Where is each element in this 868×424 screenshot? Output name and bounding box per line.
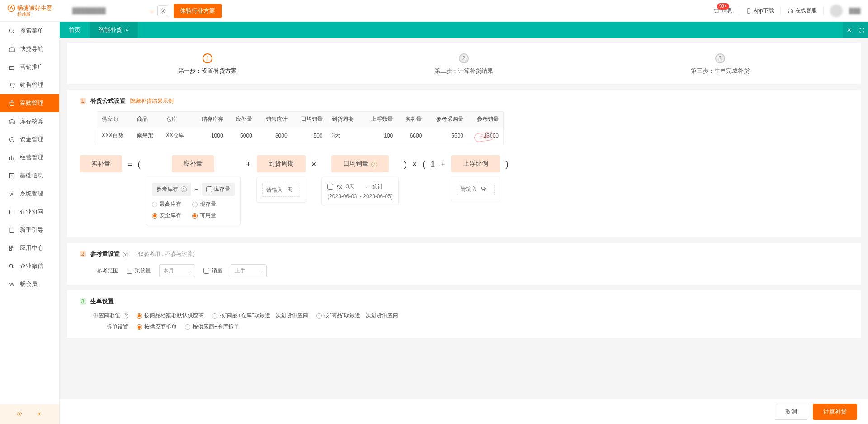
user-name: ███ bbox=[849, 8, 863, 14]
sidebar-item-basic[interactable]: 基础信息 bbox=[0, 167, 59, 185]
messages-button[interactable]: 99+ 消息 bbox=[713, 7, 732, 14]
ref-sales-select[interactable]: 上手⌵ bbox=[231, 264, 267, 277]
sidebar-item-label: 销售管理 bbox=[20, 81, 43, 89]
cycle-config-card: 天 bbox=[256, 177, 306, 203]
ref-purchase-check[interactable]: 采购量 bbox=[127, 267, 151, 275]
toggle-example-link[interactable]: 隐藏补货结果示例 bbox=[130, 97, 174, 105]
divider bbox=[739, 6, 739, 15]
tab-smart-restock[interactable]: 智能补货 ✕ bbox=[90, 22, 138, 38]
step-label: 第二步：计算补货结果 bbox=[434, 67, 493, 75]
step-label: 第一步：设置补货方案 bbox=[178, 67, 237, 75]
section-title: 补货公式设置 bbox=[90, 97, 126, 105]
footer-actions: 取消 计算补货 bbox=[60, 399, 868, 424]
close-icon[interactable]: ✕ bbox=[125, 27, 129, 33]
sidebar-item-member[interactable]: 畅会员 bbox=[0, 275, 59, 293]
fullscreen-button[interactable] bbox=[855, 22, 868, 38]
messages-badge: 99+ bbox=[717, 3, 729, 10]
step-number: 3 bbox=[715, 53, 725, 63]
sidebar-item-purchase[interactable]: 采购管理 bbox=[0, 94, 59, 112]
svg-point-1 bbox=[162, 10, 164, 12]
avatar[interactable] bbox=[830, 5, 843, 17]
help-icon[interactable]: ? bbox=[181, 186, 187, 192]
warehouse-icon bbox=[8, 118, 15, 125]
th-refsales: 参考销量 bbox=[468, 112, 503, 127]
sidebar-item-collab[interactable]: 企业协同 bbox=[0, 203, 59, 221]
sidebar-settings-icon[interactable] bbox=[16, 411, 23, 417]
help-icon[interactable]: ? bbox=[123, 313, 128, 319]
sidebar-item-inventory[interactable]: 库存核算 bbox=[0, 112, 59, 130]
sidebar-item-business[interactable]: 经营管理 bbox=[0, 148, 59, 167]
apps-icon bbox=[8, 244, 15, 252]
home-icon bbox=[8, 45, 15, 52]
ref-purchase-select[interactable]: 本月⌵ bbox=[159, 264, 195, 277]
pill-stock-qty[interactable]: 库存量 bbox=[202, 183, 235, 196]
ref-sales-check[interactable]: 销量 bbox=[203, 267, 222, 275]
stockqty-checkbox[interactable] bbox=[206, 186, 212, 192]
tab-bar: 首页 智能补货 ✕ ✕ bbox=[60, 22, 868, 38]
settings-button[interactable] bbox=[157, 5, 168, 16]
section-title: 生单设置 bbox=[90, 297, 114, 305]
help-icon[interactable]: ? bbox=[371, 162, 377, 167]
compute-button[interactable]: 计算补货 bbox=[813, 404, 857, 420]
svg-rect-19 bbox=[10, 228, 14, 232]
td: XXX百货 bbox=[97, 127, 132, 144]
daily-period-select[interactable]: 3天⌵ bbox=[346, 183, 368, 191]
svg-point-26 bbox=[17, 412, 21, 416]
split-label: 拆单设置 bbox=[85, 323, 128, 331]
sidebar-item-system[interactable]: 系统管理 bbox=[0, 185, 59, 203]
sidebar-item-sales[interactable]: 销售管理 bbox=[0, 76, 59, 94]
pill-ref-stock: 参考库存? bbox=[152, 183, 191, 196]
checkbox[interactable] bbox=[127, 268, 132, 274]
cancel-button[interactable]: 取消 bbox=[775, 404, 807, 420]
step-number: 2 bbox=[459, 53, 469, 63]
step-label: 第三步：生单完成补货 bbox=[691, 67, 750, 75]
app-download-button[interactable]: App下载 bbox=[745, 7, 774, 14]
th-warehouse: 仓库 bbox=[161, 112, 193, 127]
cycle-input[interactable] bbox=[266, 187, 284, 193]
company-selector[interactable]: ████████ ⌵ bbox=[72, 7, 154, 14]
svg-point-4 bbox=[9, 29, 13, 32]
float-input[interactable] bbox=[461, 186, 479, 192]
supplier-opt2[interactable]: 按"商品+仓库"取最近一次进货供应商 bbox=[212, 312, 308, 319]
online-service-button[interactable]: 在线客服 bbox=[787, 7, 817, 14]
sidebar-item-label: 采购管理 bbox=[20, 99, 43, 107]
tab-label: 智能补货 bbox=[99, 26, 122, 34]
sidebar-item-quicknav[interactable]: 快捷导航 bbox=[0, 40, 59, 58]
help-icon[interactable]: ? bbox=[123, 252, 128, 257]
daily-by-checkbox[interactable] bbox=[327, 184, 333, 190]
th-should: 应补量 bbox=[228, 112, 257, 127]
tab-home[interactable]: 首页 bbox=[60, 22, 90, 38]
sidebar-item-label: 畅会员 bbox=[20, 280, 38, 288]
sidebar-item-guide[interactable]: 新手引导 bbox=[0, 221, 59, 239]
phone-icon bbox=[745, 8, 752, 14]
radio-availstock[interactable]: 可用量 bbox=[192, 212, 216, 219]
radio-maxstock[interactable]: 最高库存 bbox=[152, 200, 181, 208]
reference-panel: 2 参考量设置 ? （仅参考用，不参与运算） 参考范围 采购量 本月⌵ 销量 上… bbox=[67, 243, 861, 285]
step-1: 1 第一步：设置补货方案 bbox=[178, 53, 237, 75]
gear-icon bbox=[8, 190, 15, 197]
chip-cycle: 到货周期 bbox=[257, 155, 306, 172]
split-opt1[interactable]: 按供应商拆单 bbox=[137, 323, 177, 331]
divider bbox=[823, 6, 824, 15]
radio-safestock[interactable]: 安全库存 bbox=[152, 212, 181, 219]
radio-nowstock[interactable]: 现存量 bbox=[192, 200, 216, 208]
tab-close-all-button[interactable]: ✕ bbox=[843, 22, 855, 38]
wechat-icon bbox=[8, 262, 15, 270]
sidebar-item-label: 系统管理 bbox=[20, 190, 43, 198]
sidebar-item-search[interactable]: 搜索菜单 bbox=[0, 22, 59, 40]
checkbox[interactable] bbox=[203, 268, 209, 274]
split-opt2[interactable]: 按供应商+仓库拆单 bbox=[185, 323, 239, 331]
try-industry-button[interactable]: 体验行业方案 bbox=[174, 4, 222, 18]
sidebar-item-apps[interactable]: 应用中心 bbox=[0, 239, 59, 257]
sidebar-item-funds[interactable]: ¥资金管理 bbox=[0, 130, 59, 148]
step-2: 2 第二步：计算补货结果 bbox=[434, 53, 493, 75]
example-table: 供应商 商品 仓库 结存库存 应补量 销售统计 日均销量 到货周期 上浮数量 实… bbox=[97, 111, 504, 144]
sidebar-item-wechat[interactable]: 企业微信 bbox=[0, 257, 59, 275]
section-title: 参考量设置 ? bbox=[90, 250, 128, 258]
th-daily: 日均销量 bbox=[292, 112, 327, 127]
formula-builder: 实补量 = ( 应补量 参考库存? − 库存量 bbox=[80, 155, 848, 225]
supplier-opt3[interactable]: 按"商品"取最近一次进货供应商 bbox=[316, 312, 399, 319]
sidebar-item-marketing[interactable]: 营销推广 bbox=[0, 58, 59, 76]
supplier-opt1[interactable]: 按商品档案取默认供应商 bbox=[137, 312, 204, 319]
sidebar-collapse-icon[interactable] bbox=[37, 411, 43, 417]
